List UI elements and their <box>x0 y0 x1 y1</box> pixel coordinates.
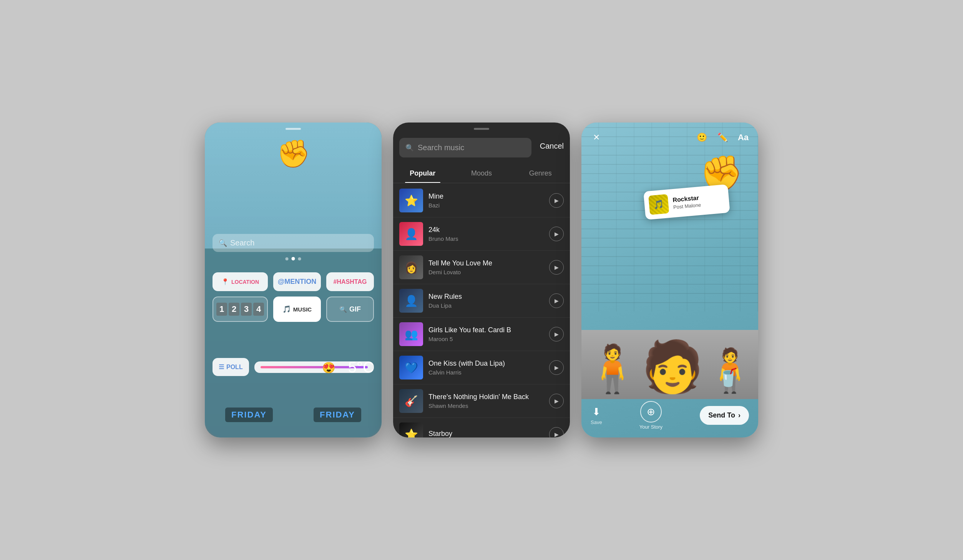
song-artist-tellme: Demi Lovato <box>428 269 544 275</box>
tab-popular[interactable]: Popular <box>393 164 452 183</box>
song-nothing[interactable]: 🎸 There's Nothing Holdin' Me Back Shawn … <box>393 384 570 418</box>
play-btn-24k[interactable]: ▶ <box>549 227 564 241</box>
story-top-bar: ✕ 🙂 ✏️ Aa <box>589 130 750 145</box>
song-title-tellme: Tell Me You Love Me <box>428 259 544 267</box>
app-container: ✊ 🔍 Search 📍 LOCATION @MENTION <box>0 0 963 560</box>
album-art-mine: ⭐ <box>399 189 423 212</box>
hashtag-label: #HASHTAG <box>334 278 367 285</box>
mention-label: @MENTION <box>278 278 317 286</box>
song-artist-onekiss: Calvin Harris <box>428 369 544 376</box>
play-btn-mine[interactable]: ▶ <box>549 193 564 208</box>
draw-button[interactable]: ✏️ <box>715 130 730 145</box>
song-info-mine: Mine Bazi <box>428 192 544 209</box>
counter-digits: 1 2 3 4 <box>216 303 264 316</box>
search-gif-icon: 🔍 <box>339 306 347 313</box>
music-search-bar[interactable]: 🔍 Search music <box>399 138 531 157</box>
song-info-starboy: Starboy <box>428 430 544 438</box>
sticker-poll[interactable]: ☰ POLL <box>213 358 249 376</box>
story-save-area[interactable]: ⬇ Save <box>591 406 602 425</box>
close-icon: ✕ <box>593 133 600 142</box>
music-drag-handle[interactable] <box>474 128 489 130</box>
song-onekiss[interactable]: 💙 One Kiss (with Dua Lipa) Calvin Harris… <box>393 351 570 384</box>
save-label: Save <box>591 419 602 425</box>
send-to-label: Send To <box>708 411 735 419</box>
song-artist-newrules: Dua Lipa <box>428 302 544 309</box>
play-btn-girls[interactable]: ▶ <box>549 327 564 341</box>
face-sticker-icon: 🙂 <box>697 133 707 142</box>
search-label: Search <box>230 239 254 247</box>
song-title-24k: 24k <box>428 226 544 234</box>
text-button[interactable]: Aa <box>736 130 750 145</box>
song-tellme[interactable]: 👩 Tell Me You Love Me Demi Lovato ▶ <box>393 251 570 284</box>
location-label: LOCATION <box>231 279 259 285</box>
song-girls[interactable]: 👥 Girls Like You feat. Cardi B Maroon 5 … <box>393 318 570 351</box>
song-starboy[interactable]: ⭐ Starboy ▶ <box>393 418 570 437</box>
song-artist-nothing: Shawn Mendes <box>428 403 544 409</box>
play-btn-newrules[interactable]: ▶ <box>549 293 564 308</box>
slider-emoji: 😍 <box>322 361 335 374</box>
digit-2: 2 <box>229 303 239 316</box>
drink-cup: 🥤 <box>717 367 739 388</box>
play-btn-tellme[interactable]: ▶ <box>549 260 564 275</box>
music-tabs: Popular Moods Genres <box>393 164 570 183</box>
sticker-location[interactable]: 📍 LOCATION <box>213 272 268 291</box>
album-art-onekiss: 💙 <box>399 356 423 379</box>
stickers-grid: 📍 LOCATION @MENTION #HASHTAG 1 2 3 4 <box>213 272 374 322</box>
search-bar[interactable]: 🔍 Search <box>213 234 374 252</box>
story-bottom-bar: ⬇ Save ⊕ Your Story Send To › <box>581 401 758 430</box>
sticker-hashtag[interactable]: #HASHTAG <box>326 272 374 291</box>
your-story-area[interactable]: ⊕ Your Story <box>639 401 662 430</box>
song-mine[interactable]: ⭐ Mine Bazi ▶ <box>393 184 570 217</box>
song-info-girls: Girls Like You feat. Cardi B Maroon 5 <box>428 326 544 342</box>
story-top-icons: 🙂 ✏️ Aa <box>694 130 750 145</box>
song-title-newrules: New Rules <box>428 293 544 301</box>
song-info-onekiss: One Kiss (with Dua Lipa) Calvin Harris <box>428 360 544 376</box>
fist-emoji: ✊ <box>277 138 310 169</box>
dot-2[interactable] <box>292 257 295 260</box>
song-info-tellme: Tell Me You Love Me Demi Lovato <box>428 259 544 275</box>
music-search-icon: 🔍 <box>405 144 414 152</box>
panel-music: 🔍 Search music Cancel Popular Moods Genr… <box>393 123 570 437</box>
play-btn-starboy[interactable]: ▶ <box>549 427 564 437</box>
song-artist-24k: Bruno Mars <box>428 235 544 242</box>
tab-moods[interactable]: Moods <box>452 164 511 183</box>
song-title-mine: Mine <box>428 192 544 200</box>
search-icon: 🔍 <box>219 239 227 247</box>
location-icon: 📍 <box>221 278 229 285</box>
digit-3: 3 <box>241 303 252 316</box>
face-sticker-button[interactable]: 🙂 <box>694 130 709 145</box>
sticker-counter[interactable]: 1 2 3 4 <box>213 297 268 322</box>
song-24k[interactable]: 👤 24k Bruno Mars ▶ <box>393 217 570 251</box>
sticker-music[interactable]: 🎵 MUSIC <box>273 297 321 322</box>
story-close-button[interactable]: ✕ <box>589 130 604 145</box>
album-art-24k: 👤 <box>399 222 423 246</box>
drag-handle[interactable] <box>286 128 301 130</box>
add-icon: ⊕ <box>647 406 655 418</box>
friday-label-1: FRIDAY <box>225 408 273 422</box>
digit-4: 4 <box>253 303 264 316</box>
sticker-gif[interactable]: 🔍 GIF <box>326 297 374 322</box>
album-art-starboy: ⭐ <box>399 422 423 437</box>
play-btn-nothing[interactable]: ▶ <box>549 394 564 408</box>
poll-icon: ☰ <box>219 363 224 371</box>
panel-stickers: ✊ 🔍 Search 📍 LOCATION @MENTION <box>205 123 382 437</box>
song-artist-girls: Maroon 5 <box>428 336 544 342</box>
friday-labels: FRIDAY FRIDAY <box>205 408 382 422</box>
play-btn-onekiss[interactable]: ▶ <box>549 360 564 375</box>
send-to-button[interactable]: Send To › <box>700 406 749 425</box>
song-newrules[interactable]: 👤 New Rules Dua Lipa ▶ <box>393 284 570 318</box>
music-sticker-info: Rockstar Post Malone <box>672 194 701 210</box>
chevron-right-icon: › <box>738 411 741 419</box>
music-search-input[interactable]: Search music <box>418 143 464 152</box>
sticker-mention[interactable]: @MENTION <box>273 272 321 291</box>
music-icon: 🎵 <box>282 305 291 313</box>
person-2: 🧑 <box>641 341 704 391</box>
music-song-list: ⭐ Mine Bazi ▶ 👤 24k Bruno Mars ▶ <box>393 184 570 437</box>
add-story-button[interactable]: ⊕ <box>640 401 662 422</box>
music-cancel-btn[interactable]: Cancel <box>540 142 564 151</box>
text-icon: Aa <box>738 133 749 142</box>
song-title-starboy: Starboy <box>428 430 544 438</box>
gif-label: GIF <box>349 305 361 313</box>
tab-genres[interactable]: Genres <box>511 164 570 183</box>
sticker-temperature[interactable]: 5°C <box>348 359 374 376</box>
